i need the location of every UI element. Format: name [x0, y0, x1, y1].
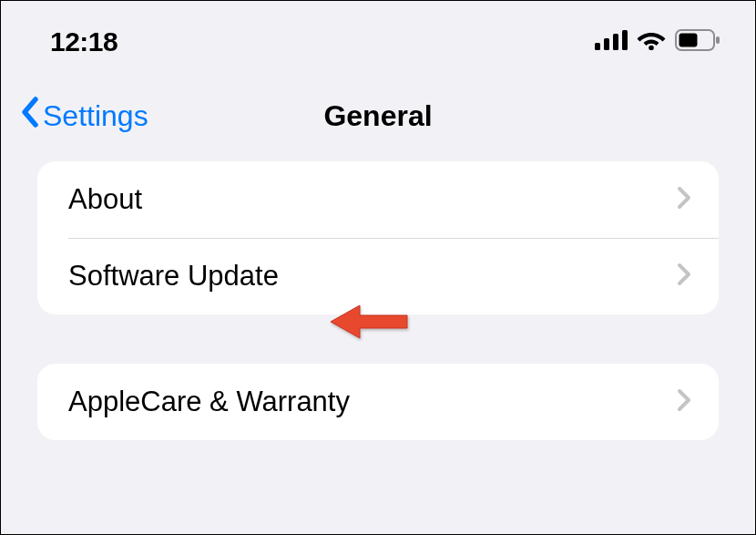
svg-rect-2 — [613, 34, 618, 50]
chevron-right-icon — [677, 262, 691, 290]
svg-rect-1 — [604, 38, 609, 50]
row-label: Software Update — [68, 260, 279, 293]
row-label: About — [68, 183, 142, 216]
row-label: AppleCare & Warranty — [68, 386, 350, 418]
back-button[interactable]: Settings — [19, 96, 148, 136]
svg-rect-0 — [595, 43, 600, 50]
nav-bar: Settings General — [1, 63, 755, 161]
status-time: 12:18 — [50, 26, 117, 57]
status-icons — [595, 29, 720, 55]
battery-icon — [675, 29, 720, 55]
row-applecare-warranty[interactable]: AppleCare & Warranty — [37, 364, 719, 440]
svg-rect-7 — [716, 36, 720, 44]
svg-rect-6 — [679, 34, 698, 47]
page-title: General — [323, 99, 432, 133]
row-about[interactable]: About — [37, 161, 719, 238]
status-bar: 12:18 — [1, 1, 755, 63]
chevron-right-icon — [677, 388, 691, 416]
settings-group-2: AppleCare & Warranty — [37, 364, 719, 440]
svg-rect-3 — [622, 30, 628, 50]
wifi-icon — [637, 30, 666, 54]
content: About Software Update AppleCare & Warran… — [1, 161, 755, 440]
settings-group-1: About Software Update — [37, 161, 719, 314]
row-software-update[interactable]: Software Update — [37, 238, 719, 314]
cellular-signal-icon — [595, 30, 628, 54]
chevron-left-icon — [19, 96, 39, 136]
back-label: Settings — [43, 99, 148, 133]
svg-point-4 — [649, 46, 654, 50]
chevron-right-icon — [677, 186, 691, 213]
